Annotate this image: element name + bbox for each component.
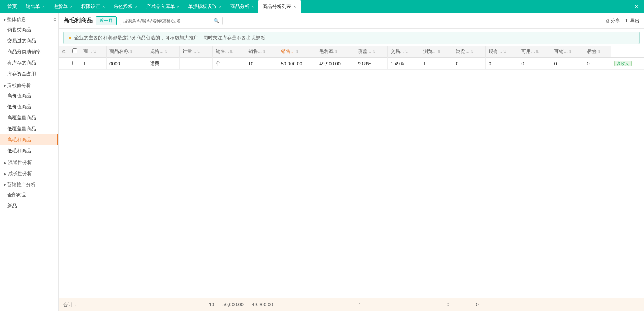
- th-transactions[interactable]: 交易...⇅: [387, 46, 420, 58]
- sidebar-item-traded-goods[interactable]: 交易过的商品: [0, 35, 58, 46]
- sidebar-item-low-coverage[interactable]: 低覆盖量商品: [0, 123, 58, 134]
- sidebar-group-marketing[interactable]: ▾ 营销推广分析: [0, 178, 58, 189]
- content-area: 高毛利商品 近一月 🔍 ⎙ 分享 ⬆ 导出 ✦ 企业的主要的利润都是这部分商品创…: [59, 13, 644, 311]
- data-table-container[interactable]: ⚙ 商...⇅ 商品名称⇅ 规格...⇅ 计量...⇅ 销售...⇅ 销售...…: [59, 46, 644, 298]
- close-permission-settings[interactable]: ×: [102, 4, 105, 9]
- share-icon: ⎙: [606, 18, 609, 23]
- close-purchase-order[interactable]: ×: [70, 4, 72, 9]
- data-table: ⚙ 商...⇅ 商品名称⇅ 规格...⇅ 计量...⇅ 销售...⇅ 销售...…: [59, 46, 644, 70]
- sidebar-item-high-coverage[interactable]: 高覆盖量商品: [0, 112, 58, 123]
- close-all-tabs[interactable]: ×: [632, 3, 641, 10]
- sidebar-group-contribution[interactable]: ▾ 贡献值分析: [0, 79, 58, 90]
- search-icon: 🔍: [213, 18, 219, 23]
- close-product-analysis-list[interactable]: ×: [294, 4, 296, 9]
- sort-views1-icon: ⇅: [438, 50, 440, 54]
- th-current[interactable]: 现有...⇅: [486, 46, 518, 58]
- sidebar: « ▾ 整体信息 销售类商品 交易过的商品 商品分类助销率 有库存的商品 库存资…: [0, 13, 59, 311]
- th-sales1[interactable]: 销售...⇅: [212, 46, 245, 58]
- close-sales-order[interactable]: ×: [42, 4, 44, 9]
- th-views2[interactable]: 浏览...⇅: [453, 46, 486, 58]
- nav-role-auth[interactable]: 角色授权 ×: [109, 0, 141, 13]
- nav-purchase-order[interactable]: 进货单 ×: [49, 0, 76, 13]
- group-liquidity-arrow: ▶: [4, 161, 7, 165]
- sidebar-item-high-value[interactable]: 高价值商品: [0, 90, 58, 101]
- sidebar-item-high-margin[interactable]: 高毛利商品: [0, 134, 58, 145]
- sort-code-icon: ⇅: [93, 50, 96, 54]
- th-checkbox[interactable]: [69, 46, 80, 58]
- close-template-settings[interactable]: ×: [219, 4, 221, 9]
- export-button[interactable]: ⬆ 导出: [625, 18, 640, 24]
- sort-spec-icon: ⇅: [164, 50, 167, 54]
- th-settings[interactable]: ⚙: [59, 46, 69, 58]
- tag-badge: 高收入: [614, 61, 632, 66]
- export-icon: ⬆: [625, 18, 629, 23]
- views1-link[interactable]: 0: [456, 61, 458, 66]
- nav-template-settings[interactable]: 单据模板设置 ×: [184, 0, 226, 13]
- td-views2: 0: [486, 58, 518, 70]
- total-label: 合计：: [63, 301, 78, 308]
- th-sellable[interactable]: 可销...⇅: [551, 46, 584, 58]
- sidebar-item-stocked-goods[interactable]: 有库存的商品: [0, 57, 58, 68]
- sidebar-item-new-products[interactable]: 新品: [0, 200, 58, 211]
- sort-views2-icon: ⇅: [470, 50, 473, 54]
- footer-sales1: 10: [188, 302, 217, 307]
- th-available[interactable]: 可用...⇅: [518, 46, 551, 58]
- sidebar-group-overall[interactable]: ▾ 整体信息: [0, 13, 58, 24]
- td-views1[interactable]: 0: [453, 58, 486, 70]
- nav-product-warehouse[interactable]: 产成品入库单 ×: [142, 0, 184, 13]
- td-name[interactable]: 运费: [147, 58, 180, 70]
- table-row: 1 0000... 运费 个 10 50,000.00 49,900.00 99…: [59, 58, 644, 70]
- select-all-checkbox[interactable]: [72, 48, 77, 53]
- th-coverage[interactable]: 覆盖...⇅: [355, 46, 387, 58]
- sidebar-item-all-goods[interactable]: 全部商品: [0, 189, 58, 200]
- nav-home[interactable]: 首页: [3, 0, 21, 13]
- td-code: 0000...: [106, 58, 147, 70]
- sidebar-item-low-margin[interactable]: 低毛利商品: [0, 145, 58, 156]
- th-gross-rate[interactable]: 毛利率⇅: [316, 46, 355, 58]
- group-marketing-arrow: ▾: [4, 183, 6, 187]
- sidebar-item-stock-capital[interactable]: 库存资金占用: [0, 68, 58, 79]
- sort-unit-icon: ⇅: [197, 50, 200, 54]
- sort-sales1-icon: ⇅: [230, 50, 233, 54]
- group-overall-arrow: ▾: [4, 18, 6, 22]
- sidebar-item-category-rate[interactable]: 商品分类助销率: [0, 46, 58, 57]
- sidebar-item-sales-goods[interactable]: 销售类商品: [0, 24, 58, 35]
- th-name[interactable]: 商品名称⇅: [106, 46, 147, 58]
- sidebar-collapse-button[interactable]: «: [53, 16, 56, 22]
- share-button[interactable]: ⎙ 分享: [606, 18, 620, 24]
- sort-name-icon: ⇅: [129, 50, 132, 54]
- filter-recent-month-button[interactable]: 近一月: [96, 16, 117, 25]
- td-sellable: 0: [584, 58, 611, 70]
- content-header: 高毛利商品 近一月 🔍 ⎙ 分享 ⬆ 导出: [59, 13, 644, 29]
- td-spec: [180, 58, 212, 70]
- close-role-auth[interactable]: ×: [135, 4, 137, 9]
- sidebar-group-liquidity[interactable]: ▶ 流通性分析: [0, 156, 58, 167]
- group-contribution-arrow: ▾: [4, 84, 6, 88]
- nav-sales-order[interactable]: 销售单 ×: [21, 0, 49, 13]
- th-tag[interactable]: 标签⇅: [584, 46, 611, 58]
- td-current: 0: [518, 58, 551, 70]
- sort-coverage-icon: ⇅: [372, 50, 375, 54]
- nav-product-analysis-list[interactable]: 商品分析列表 ×: [258, 0, 300, 13]
- page-title: 高毛利商品: [63, 17, 93, 25]
- close-product-warehouse[interactable]: ×: [177, 4, 179, 9]
- th-views1[interactable]: 浏览...⇅: [420, 46, 453, 58]
- td-row-checkbox[interactable]: [69, 58, 80, 70]
- info-banner: ✦ 企业的主要的利润都是这部分商品创造的，可考虑加大推广，同时关注库存是不要出现…: [63, 32, 640, 44]
- th-unit[interactable]: 计量...⇅: [180, 46, 212, 58]
- footer-transactions: 1: [335, 302, 364, 307]
- sidebar-group-growth[interactable]: ▶ 成长性分析: [0, 167, 58, 178]
- header-actions: ⎙ 分享 ⬆ 导出: [606, 18, 640, 24]
- row-checkbox[interactable]: [72, 61, 77, 65]
- top-navigation: 首页 销售单 × 进货单 × 权限设置 × 角色授权 × 产成品入库单 × 单据…: [0, 0, 644, 13]
- close-product-analysis[interactable]: ×: [252, 4, 254, 9]
- th-sales2[interactable]: 销售...⇅: [245, 46, 278, 58]
- nav-permission-settings[interactable]: 权限设置 ×: [77, 0, 109, 13]
- th-code[interactable]: 商...⇅: [80, 46, 107, 58]
- search-input[interactable]: [123, 18, 213, 23]
- sidebar-item-low-value[interactable]: 低价值商品: [0, 101, 58, 112]
- th-spec[interactable]: 规格...⇅: [147, 46, 180, 58]
- th-sales3[interactable]: 销售...⇅: [278, 46, 316, 58]
- nav-product-analysis[interactable]: 商品分析 ×: [226, 0, 258, 13]
- td-row-settings: [59, 58, 69, 70]
